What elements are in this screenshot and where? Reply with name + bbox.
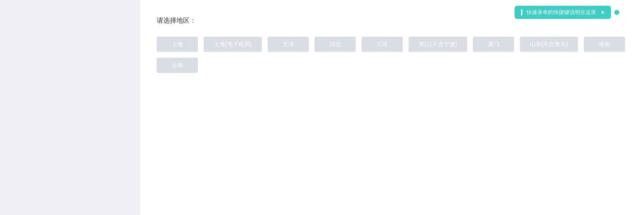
tooltip-bar-icon <box>521 9 522 16</box>
tooltip-text: 快速录单的快捷键说明在这里 <box>526 9 596 16</box>
tooltip-container: 快速录单的快捷键说明在这里 × <box>515 6 619 19</box>
region-button-xiamen[interactable]: 厦门 <box>473 37 514 52</box>
region-buttons-container: 上海上海(电子税局)天津河北江苏浙江(不含宁波)厦门山东(不含青岛)海南云南 <box>157 37 628 73</box>
region-button-shanghai-etax[interactable]: 上海(电子税局) <box>204 37 262 52</box>
region-button-zhejiang[interactable]: 浙江(不含宁波) <box>409 37 467 52</box>
region-button-yunnan[interactable]: 云南 <box>157 58 198 73</box>
tooltip-dot-icon <box>614 10 619 15</box>
region-button-shanghai[interactable]: 上海 <box>157 37 198 52</box>
region-button-jiangsu[interactable]: 江苏 <box>362 37 403 52</box>
region-button-hebei[interactable]: 河北 <box>315 37 356 52</box>
main-content: 请选择地区： 上海上海(电子税局)天津河北江苏浙江(不含宁波)厦门山东(不含青岛… <box>140 0 644 215</box>
tooltip-close-button[interactable]: × <box>601 9 604 16</box>
sidebar <box>0 0 140 215</box>
region-button-shandong[interactable]: 山东(不含青岛) <box>520 37 578 52</box>
region-button-hainan[interactable]: 海南 <box>584 37 625 52</box>
tooltip-bubble: 快速录单的快捷键说明在这里 × <box>515 6 611 19</box>
region-button-tianjin[interactable]: 天津 <box>268 37 309 52</box>
